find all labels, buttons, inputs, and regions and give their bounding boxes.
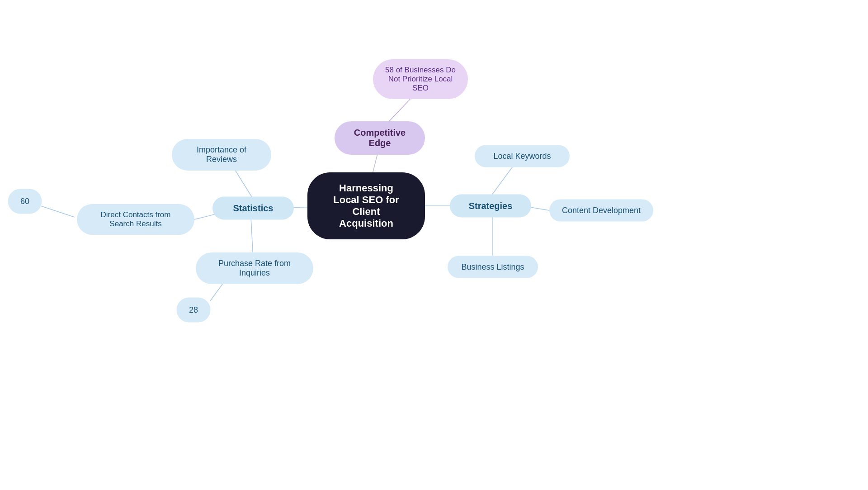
content-development-node[interactable]: Content Development xyxy=(549,200,653,222)
mindmap-container: Harnessing Local SEO for Client Acquisit… xyxy=(0,0,868,490)
businesses-stat-node[interactable]: 58 of Businesses Do Not Prioritize Local… xyxy=(373,59,468,99)
importance-reviews-node[interactable]: Importance of Reviews xyxy=(172,139,271,171)
statistics-node[interactable]: Statistics xyxy=(212,197,294,220)
competitive-edge-node[interactable]: Competitive Edge xyxy=(335,121,425,155)
num-28-node[interactable]: 28 xyxy=(177,298,211,323)
svg-line-9 xyxy=(491,163,515,197)
local-keywords-node[interactable]: Local Keywords xyxy=(475,145,570,167)
strategies-node[interactable]: Strategies xyxy=(450,195,531,218)
center-node[interactable]: Harnessing Local SEO for Client Acquisit… xyxy=(307,172,425,239)
business-listings-node[interactable]: Business Listings xyxy=(448,256,538,278)
svg-line-5 xyxy=(41,206,75,217)
direct-contacts-node[interactable]: Direct Contacts from Search Results xyxy=(77,204,194,235)
num-60-node[interactable]: 60 xyxy=(8,189,42,214)
purchase-rate-node[interactable]: Purchase Rate from Inquiries xyxy=(196,252,313,284)
